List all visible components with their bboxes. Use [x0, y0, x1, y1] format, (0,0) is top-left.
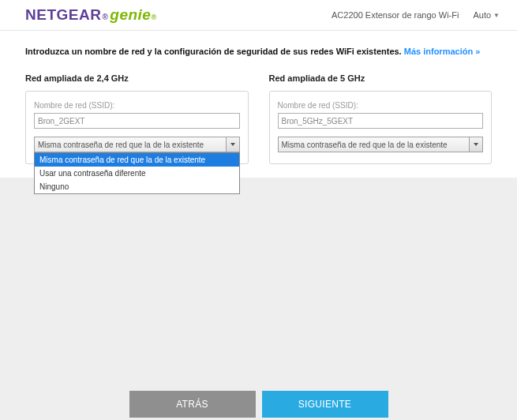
panel-5ghz: Red ampliada de 5 GHz Nombre de red (SSI…: [269, 73, 493, 164]
back-button[interactable]: ATRÁS: [129, 391, 256, 418]
logo-genie: genie: [110, 6, 151, 24]
reg-icon: ®: [151, 13, 156, 21]
password-select-24-display[interactable]: Misma contraseña de red que la de la exi…: [34, 137, 240, 152]
ssid-input-5[interactable]: [278, 113, 484, 129]
content: Introduzca un nombre de red y la configu…: [0, 31, 517, 164]
reg-icon: ®: [102, 13, 108, 21]
logo: NETGEAR® genie®: [25, 6, 157, 24]
intro-message: Introduzca un nombre de red y la configu…: [25, 47, 402, 56]
more-info-link[interactable]: Más información »: [404, 47, 481, 56]
product-name: AC2200 Extensor de rango Wi-Fi: [332, 10, 459, 20]
footer: ATRÁS SIGUIENTE: [0, 391, 517, 420]
background-gray: [0, 178, 517, 420]
next-button[interactable]: SIGUIENTE: [262, 391, 388, 418]
panel-5ghz-box: Nombre de red (SSID): Misma contraseña d…: [269, 91, 493, 164]
panel-24ghz-title: Red ampliada de 2,4 GHz: [25, 73, 249, 83]
chevron-down-icon: ▼: [493, 12, 500, 19]
intro-text: Introduzca un nombre de red y la configu…: [25, 47, 492, 56]
logo-netgear: NETGEAR: [25, 6, 101, 24]
chevron-down-icon[interactable]: [226, 137, 239, 152]
chevron-down-icon[interactable]: [469, 137, 482, 152]
panel-24ghz: Red ampliada de 2,4 GHz Nombre de red (S…: [25, 73, 249, 164]
language-selector[interactable]: Auto ▼: [473, 10, 500, 20]
language-label: Auto: [473, 10, 491, 20]
panel-24ghz-box: Nombre de red (SSID): Misma contraseña d…: [25, 91, 249, 164]
password-dropdown-24: Misma contraseña de red que la de la exi…: [34, 152, 240, 194]
dropdown-option-none[interactable]: Ninguno: [35, 180, 239, 193]
dropdown-option-same[interactable]: Misma contraseña de red que la de la exi…: [35, 153, 239, 167]
password-select-5[interactable]: Misma contraseña de red que la de la exi…: [278, 137, 484, 152]
dropdown-option-different[interactable]: Usar una contraseña diferente: [35, 167, 239, 180]
ssid-label-5: Nombre de red (SSID):: [278, 101, 484, 110]
panel-5ghz-title: Red ampliada de 5 GHz: [269, 73, 493, 83]
panels: Red ampliada de 2,4 GHz Nombre de red (S…: [25, 73, 492, 164]
password-select-24[interactable]: Misma contraseña de red que la de la exi…: [34, 137, 240, 152]
password-select-5-value: Misma contraseña de red que la de la exi…: [282, 141, 448, 149]
password-select-24-value: Misma contraseña de red que la de la exi…: [38, 141, 204, 149]
ssid-label-24: Nombre de red (SSID):: [34, 101, 240, 110]
password-select-5-display[interactable]: Misma contraseña de red que la de la exi…: [278, 137, 484, 152]
ssid-input-24[interactable]: [34, 113, 240, 129]
header: NETGEAR® genie® AC2200 Extensor de rango…: [0, 0, 517, 31]
